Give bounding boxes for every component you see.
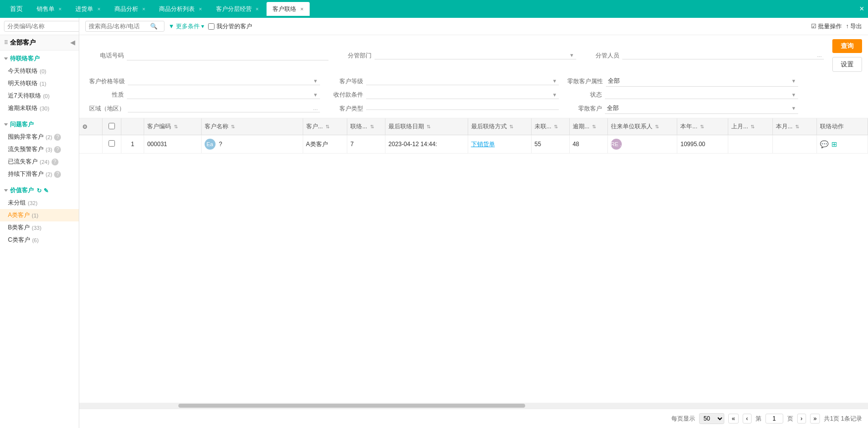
my-customers-check[interactable]	[208, 23, 215, 30]
contact-sort-icon[interactable]: ⇅	[370, 124, 374, 129]
prev-page-btn[interactable]: ‹	[743, 414, 752, 424]
problem-customer-header[interactable]: 问题客户	[0, 118, 79, 131]
code-sort-icon[interactable]: ⇅	[174, 124, 178, 129]
last-way-sort-icon[interactable]: ⇅	[509, 124, 513, 129]
last-date-sort-icon[interactable]: ⇅	[427, 124, 431, 129]
last-way-link[interactable]: 下销货单	[471, 141, 495, 148]
col-gear: ⚙	[79, 118, 102, 135]
payment-select[interactable]: ▼	[366, 91, 559, 99]
edit-icon[interactable]: ✎	[44, 187, 49, 194]
close-analysis-list-tab[interactable]: ×	[199, 6, 202, 12]
pending-contact-label: 待联络客户	[10, 54, 40, 63]
pending-contact-section: 待联络客户 今天待联络 (0) 明天待联络 (1) 近7天待联络 (0) 逾期未…	[0, 51, 79, 116]
search-icon[interactable]: 🔍	[150, 23, 158, 30]
customer-level-label: 客户等级	[328, 77, 363, 86]
nav-tab-analysis-list[interactable]: 商品分析列表 ×	[153, 2, 208, 16]
table-row: 1 000031 Ea ? A类客户 7	[79, 135, 868, 154]
sidebar-item-overdue[interactable]: 逾期未联络 (30)	[0, 102, 79, 114]
sidebar-item-churn-warning[interactable]: 流失预警客户 (3) ?	[0, 143, 79, 156]
dept-label: 分管部门	[337, 52, 372, 60]
sidebar-item-churned[interactable]: 已流失客户 (24) ?	[0, 156, 79, 168]
close-analysis-tab[interactable]: ×	[142, 6, 145, 12]
next-page-btn[interactable]: ›	[797, 414, 806, 424]
filter-row-1: 电话号码 分管部门 ▼ 分管人员 …	[85, 39, 862, 72]
sidebar-collapse-icon[interactable]: ◀	[70, 39, 75, 46]
sidebar-item-class-b[interactable]: B类客户 (33)	[0, 221, 79, 234]
nav-tab-sales[interactable]: 销售单 ×	[31, 2, 67, 16]
nav-tab-purchase[interactable]: 进货单 ×	[69, 2, 106, 16]
question-icon-hoarding[interactable]: ?	[54, 134, 61, 141]
phone-label: 电话号码	[89, 52, 124, 60]
question-icon-declining[interactable]: ?	[54, 171, 61, 178]
sidebar-item-tomorrow[interactable]: 明天待联络 (1)	[0, 77, 79, 90]
overdue-sort-icon[interactable]: ⇅	[592, 124, 596, 129]
customer-type-select[interactable]	[366, 107, 559, 110]
cat-sort-icon[interactable]: ⇅	[326, 124, 329, 129]
area-select[interactable]: …	[128, 105, 320, 112]
close-sales-tab[interactable]: ×	[58, 6, 61, 12]
value-customer-arrow	[4, 189, 8, 192]
nature-select[interactable]: ▼	[127, 91, 320, 99]
sidebar-item-declining[interactable]: 持续下滑客户 (2) ?	[0, 168, 79, 180]
export-btn[interactable]: ↑ 导出	[846, 22, 862, 31]
last-month-sort-icon[interactable]: ⇅	[751, 124, 755, 129]
unit-sort-icon[interactable]: ⇅	[655, 124, 659, 129]
refresh-icon[interactable]: ↻	[37, 187, 42, 194]
nav-tab-customer-ops[interactable]: 客户分层经营 ×	[210, 2, 265, 16]
qr-action-icon[interactable]: ⊞	[831, 140, 837, 148]
this-year-sort-icon[interactable]: ⇅	[700, 124, 704, 129]
sidebar-item-7days[interactable]: 近7天待联络 (0)	[0, 90, 79, 102]
scroll-thumb[interactable]	[178, 404, 525, 408]
page-input[interactable]	[765, 414, 783, 424]
page-size-select[interactable]: 50 100 200	[699, 413, 724, 424]
sidebar-all-customers-header[interactable]: ⠿ 全部客户 ◀	[0, 35, 79, 51]
per-page-label: 每页显示	[671, 415, 695, 423]
dept-select[interactable]: ▼	[375, 52, 576, 59]
gear-icon[interactable]: ⚙	[82, 123, 88, 130]
question-icon-churned[interactable]: ?	[52, 159, 58, 165]
row-action-cell: 💬 ⊞	[817, 135, 868, 154]
sidebar-item-today[interactable]: 今天待联络 (0)	[0, 65, 79, 77]
select-all-checkbox[interactable]	[108, 123, 115, 129]
sidebar-item-class-a[interactable]: A类客户 (1)	[0, 209, 79, 221]
more-conditions-btn[interactable]: ▼ 更多条件 ▾	[168, 22, 204, 31]
table-body: 1 000031 Ea ? A类客户 7	[79, 135, 868, 154]
value-customer-header[interactable]: 价值客户 ↻ ✎	[0, 184, 79, 197]
close-all-tabs[interactable]: ×	[860, 4, 864, 13]
close-customer-contact-tab[interactable]: ×	[300, 6, 303, 12]
question-icon-churn-warning[interactable]: ?	[54, 146, 61, 153]
row-checkbox[interactable]	[108, 140, 115, 147]
retail-customer-select[interactable]: 全部 ▼	[605, 103, 798, 114]
nav-tab-customer-contact[interactable]: 客户联络 ×	[267, 2, 309, 16]
name-sort-icon[interactable]: ⇅	[231, 124, 235, 129]
customer-level-select[interactable]: ▼	[366, 77, 559, 85]
message-action-icon[interactable]: 💬	[820, 140, 828, 148]
no-contact-sort-icon[interactable]: ⇅	[554, 124, 558, 129]
horizontal-scrollbar[interactable]	[79, 403, 868, 409]
person-select[interactable]: …	[622, 52, 824, 59]
retail-attr-select[interactable]: 全部 ▼	[606, 76, 798, 87]
phone-input[interactable]	[127, 51, 328, 60]
close-customer-ops-tab[interactable]: ×	[256, 6, 259, 12]
sidebar-item-hoarding[interactable]: 囤购异常客户 (2) ?	[0, 131, 79, 143]
nav-tab-analysis[interactable]: 商品分析 ×	[108, 2, 151, 16]
status-select[interactable]: ▼	[605, 91, 798, 99]
batch-op-btn[interactable]: ☑ 批量操作	[811, 22, 842, 31]
search-input[interactable]	[89, 23, 148, 30]
row-gear-cell	[79, 135, 102, 154]
close-purchase-tab[interactable]: ×	[97, 6, 100, 12]
sidebar-item-class-c[interactable]: C类客户 (6)	[0, 234, 79, 246]
search-input-wrap: 🔍	[85, 21, 164, 32]
my-customers-checkbox[interactable]: 我分管的客户	[208, 22, 252, 31]
sidebar-item-ungrouped[interactable]: 未分组 (32)	[0, 197, 79, 209]
pending-contact-header[interactable]: 待联络客户	[0, 53, 79, 65]
settings-btn[interactable]: 设置	[832, 57, 862, 72]
last-page-btn[interactable]: »	[810, 414, 820, 424]
price-level-select[interactable]: ▼	[128, 77, 320, 85]
sidebar-search-input[interactable]	[4, 21, 79, 32]
nav-home[interactable]: 首页	[4, 2, 29, 16]
row-contact-cell: 7	[347, 135, 385, 154]
first-page-btn[interactable]: «	[728, 414, 739, 424]
query-btn[interactable]: 查询	[832, 39, 862, 53]
this-month-sort-icon[interactable]: ⇅	[795, 124, 799, 129]
